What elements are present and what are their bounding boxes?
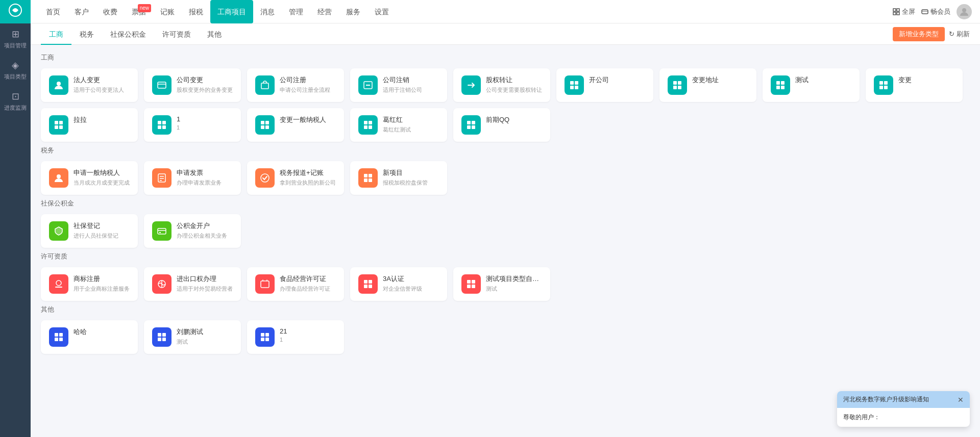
card-biange-dizhi[interactable]: 变更地址	[659, 68, 756, 102]
card-shuiwu-baodao[interactable]: 税务报道+记账拿到营业执照的新公司	[247, 161, 344, 195]
card-jinchukouquan[interactable]: 进出口权办理适用于对外贸易经营者	[144, 267, 241, 301]
svg-rect-75	[472, 280, 475, 284]
svg-rect-82	[158, 333, 161, 337]
sidebar-item-progress-monitor[interactable]: ⊡ 进度监测	[0, 86, 31, 117]
tab-gongshang[interactable]: 工商	[41, 23, 71, 45]
tab-xuke[interactable]: 许可资质	[154, 23, 199, 45]
nav-item-bizproject[interactable]: 工商项目	[210, 0, 253, 23]
card-shenqing-납세[interactable]: 申请一般纳税人当月或次月成变更完成	[41, 161, 138, 195]
card-qianqi-qq[interactable]: 前期QQ	[453, 108, 550, 142]
sidebar-item-project-mgmt[interactable]: ⊞ 项目管理	[0, 23, 31, 55]
card-icon-xin-xiangmu	[358, 168, 378, 188]
card-icon-ceshi-xiangmu	[461, 274, 481, 294]
card-ceshi-xiangmu[interactable]: 测试项目类型自定义测试	[453, 267, 550, 301]
tab-qita[interactable]: 其他	[199, 23, 230, 45]
svg-rect-83	[162, 333, 166, 337]
new-type-button[interactable]: 新增业务类型	[893, 27, 945, 41]
card-title-biange-dizhi: 变更地址	[692, 75, 748, 85]
card-shenqing-fapiao[interactable]: 申请发票办理申请发票业务	[144, 161, 241, 195]
card-shangbiao-zhuce[interactable]: 商标注册用于企业商标注册服务	[41, 267, 138, 301]
card-haha[interactable]: 哈哈	[41, 320, 138, 354]
fullscreen-button[interactable]: 全屏	[893, 7, 915, 16]
card-desc-gongsi-biange: 股权变更外的业务变更	[177, 86, 233, 94]
cards-grid-gongshang: 法人变更适用于公司变更法人公司变更股权变更外的业务变更公司注册申请公司注册全流程…	[41, 68, 970, 142]
tab-shuiwu[interactable]: 税务	[71, 23, 102, 45]
nav-item-billing[interactable]: 收费	[96, 0, 125, 23]
card-gjj-kaihui[interactable]: 公积金开户办理公积金相关业务	[144, 214, 241, 248]
card-shipin-xuke[interactable]: 食品经营许可证办理食品经营许可证	[247, 267, 344, 301]
card-title-shipin-xuke: 食品经营许可证	[280, 274, 336, 284]
card-kai-gongsi[interactable]: 开公司	[556, 68, 653, 102]
nav-item-home[interactable]: 首页	[39, 0, 67, 23]
card-lala[interactable]: 拉拉	[41, 108, 138, 142]
card-gongsi-zhuxiao[interactable]: 公司注销适用于注销公司	[350, 68, 447, 102]
nav-item-tax[interactable]: 报税	[182, 0, 210, 23]
card-title-item21: 21	[280, 327, 336, 335]
svg-rect-17	[575, 86, 578, 89]
notification-body: 尊敬的用户：	[837, 408, 970, 427]
nav-item-operation[interactable]: 经营	[310, 0, 339, 23]
card-liupeng-ceshi[interactable]: 刘鹏测试测试	[144, 320, 241, 354]
svg-rect-19	[678, 81, 681, 85]
card-title-3a-renzheng: 3A认证	[383, 274, 439, 284]
card-title-biange2: 变更	[898, 75, 954, 85]
section-title-gongshang: 工商	[41, 53, 970, 62]
card-biange-납세[interactable]: 变更一般纳税人	[247, 108, 344, 142]
refresh-button[interactable]: ↻ 刷新	[949, 30, 970, 39]
card-gongsi-zhuce[interactable]: 公司注册申请公司注册全流程	[247, 68, 344, 102]
nav-item-settings[interactable]: 设置	[368, 0, 396, 23]
card-icon-shenqing-fapiao	[152, 168, 172, 188]
nav-item-accounting[interactable]: 记账	[153, 0, 182, 23]
card-xin-xiangmu[interactable]: 新项目报税加税控盘保管	[350, 161, 447, 195]
sidebar-item-project-type[interactable]: ◈ 项目类型	[0, 55, 31, 86]
card-icon-guquan-zhuanrang	[461, 75, 481, 95]
card-ceshi[interactable]: 测试	[763, 68, 860, 102]
cards-grid-xuke: 商标注册用于企业商标注册服务进出口权办理适用于对外贸易经营者食品经营许可证办理食…	[41, 267, 970, 301]
svg-rect-77	[472, 285, 475, 288]
svg-rect-60	[158, 228, 166, 234]
card-gongsi-biange[interactable]: 公司变更股权变更外的业务变更	[144, 68, 241, 102]
svg-rect-38	[261, 121, 264, 124]
svg-rect-42	[364, 121, 368, 124]
card-shebao-dengji[interactable]: 社保登记进行人员社保登记	[41, 214, 138, 248]
card-desc-mohong: 葛红红测试	[383, 126, 439, 134]
svg-point-55	[261, 174, 269, 182]
notification-close-button[interactable]: ✕	[958, 396, 964, 404]
user-avatar[interactable]	[957, 4, 972, 19]
nav-item-manage[interactable]: 管理	[282, 0, 310, 23]
card-item1[interactable]: 11	[144, 108, 241, 142]
vip-button[interactable]: 畅会员	[921, 7, 950, 16]
nav-item-ticket[interactable]: 票据new	[125, 0, 153, 23]
card-3a-renzheng[interactable]: 3A认证对企业信誉评级	[350, 267, 447, 301]
card-item21[interactable]: 211	[247, 320, 344, 354]
svg-rect-25	[781, 86, 785, 89]
nav-item-customer[interactable]: 客户	[67, 0, 96, 23]
tab-shebao[interactable]: 社保公积金	[102, 23, 154, 45]
svg-rect-36	[158, 125, 161, 129]
nav-item-message[interactable]: 消息	[253, 0, 282, 23]
svg-rect-46	[467, 121, 471, 124]
section-title-qita: 其他	[41, 305, 970, 314]
card-biange2[interactable]: 变更	[866, 68, 963, 102]
svg-rect-37	[162, 125, 166, 129]
svg-rect-45	[369, 125, 372, 129]
card-title-haha: 哈哈	[74, 327, 130, 337]
section-title-shebao: 社保公积金	[41, 199, 970, 208]
logo-icon	[8, 3, 22, 20]
svg-rect-70	[364, 280, 368, 284]
svg-rect-15	[575, 81, 578, 85]
svg-rect-57	[369, 174, 372, 177]
svg-rect-89	[265, 338, 269, 341]
svg-rect-74	[467, 280, 471, 284]
card-icon-gongsi-biange	[152, 75, 172, 95]
card-title-lala: 拉拉	[74, 115, 130, 124]
nav-item-service[interactable]: 服务	[339, 0, 368, 23]
card-title-qianqi-qq: 前期QQ	[486, 115, 542, 124]
card-desc-gongsi-zhuxiao: 适用于注销公司	[383, 86, 439, 94]
svg-point-63	[56, 280, 61, 286]
card-guquan-zhuanrang[interactable]: 股权转让公司变更需要股权转让	[453, 68, 550, 102]
card-icon-shangbiao-zhuce	[49, 274, 68, 294]
sidebar-logo[interactable]	[0, 0, 31, 23]
card-faren-biange[interactable]: 法人变更适用于公司变更法人	[41, 68, 138, 102]
card-mohong[interactable]: 葛红红葛红红测试	[350, 108, 447, 142]
